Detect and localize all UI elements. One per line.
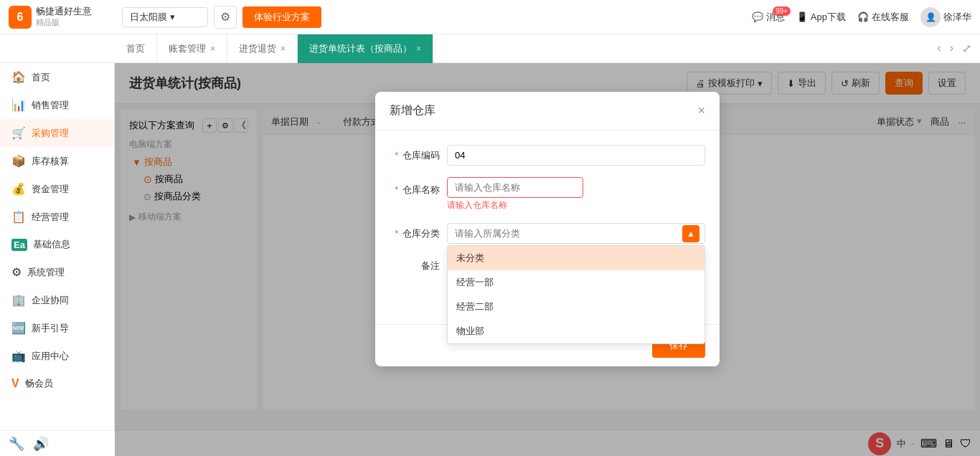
sidebar-item-member-label: 畅会员 [25, 377, 53, 390]
sidebar-item-purchase-label: 采购管理 [32, 127, 69, 140]
modal-body: * 仓库编码 * 仓库名称 [375, 130, 720, 324]
tab-home-label: 首页 [126, 42, 145, 55]
category-input[interactable] [447, 223, 705, 244]
tab-purchase-return-close[interactable]: × [281, 44, 286, 54]
gear-button[interactable]: ⚙ [214, 6, 237, 29]
member-icon: V [11, 377, 19, 390]
tab-purchase-stats-close[interactable]: × [416, 44, 421, 54]
finance-icon: 💰 [11, 182, 26, 196]
sidebar-item-purchase[interactable]: 🛒 采购管理 [0, 119, 114, 147]
sidebar-item-apps[interactable]: 📺 应用中心 [0, 342, 114, 370]
sales-icon: 📊 [11, 98, 26, 112]
guide-icon: 🆕 [11, 321, 26, 335]
name-input[interactable] [447, 177, 583, 198]
store-name: 日太阳膜 [130, 11, 167, 24]
tab-prev-icon[interactable]: ‹ [934, 39, 943, 58]
new-warehouse-modal: 新增仓库 × * 仓库编码 [375, 92, 720, 366]
sidebar-item-finance-label: 资金管理 [32, 183, 69, 196]
sidebar-item-basic[interactable]: Ea 基础信息 [0, 231, 114, 258]
dropdown-option-dept1[interactable]: 经营一部 [448, 270, 705, 295]
inventory-icon: 📦 [11, 154, 26, 168]
user-name: 徐泽华 [943, 11, 971, 24]
sidebar-item-home-label: 首页 [32, 71, 50, 84]
tab-purchase-return-label: 进货退货 [239, 42, 276, 55]
sidebar-item-enterprise-label: 企业协同 [32, 294, 69, 307]
header-right: 💬 消息 99+ 📱 App下载 🎧 在线客服 👤 徐泽华 [752, 7, 971, 27]
system-icon: ⚙ [11, 265, 22, 279]
tab-account-close[interactable]: × [210, 44, 215, 54]
volume-icon[interactable]: 🔊 [33, 436, 49, 452]
sidebar-item-basic-label: 基础信息 [33, 238, 70, 251]
logo-area: 6 畅捷通好生意 精品版 [9, 6, 116, 29]
app-label: App下载 [811, 11, 846, 24]
sidebar-item-guide[interactable]: 🆕 新手引导 [0, 314, 114, 342]
sidebar-item-guide-label: 新手引导 [32, 322, 69, 335]
chevron-down-icon: ▾ [170, 11, 175, 22]
sidebar-item-sales[interactable]: 📊 销售管理 [0, 91, 114, 119]
avatar: 👤 [920, 7, 941, 27]
category-field-row: * 仓库分类 ▲ 未分类 经营一部 经营二部 物业部 [390, 223, 705, 244]
user-profile[interactable]: 👤 徐泽华 [920, 7, 971, 27]
tab-purchase-return[interactable]: 进货退货 × [227, 34, 298, 63]
name-label: * 仓库名称 [390, 179, 440, 196]
app-download-button[interactable]: 📱 App下载 [796, 11, 846, 24]
sidebar-item-sales-label: 销售管理 [32, 99, 69, 112]
tab-purchase-stats[interactable]: 进货单统计表（按商品） × [298, 34, 433, 63]
sidebar-item-home[interactable]: 🏠 首页 [0, 63, 114, 91]
trial-button[interactable]: 体验行业方案 [242, 6, 321, 28]
tab-next-icon[interactable]: › [947, 39, 956, 58]
tab-purchase-stats-label: 进货单统计表（按商品） [309, 42, 412, 55]
home-icon: 🏠 [11, 70, 26, 84]
headphone-icon: 🎧 [857, 11, 869, 22]
code-input[interactable] [447, 145, 705, 166]
sidebar-item-member[interactable]: V 畅会员 [0, 370, 114, 397]
sidebar-item-system[interactable]: ⚙ 系统管理 [0, 258, 114, 286]
tab-home[interactable]: 首页 [115, 34, 157, 63]
service-button[interactable]: 🎧 在线客服 [857, 11, 909, 24]
category-dropdown-list: 未分类 经营一部 经营二部 物业部 [447, 245, 705, 344]
phone-icon: 📱 [796, 11, 808, 22]
tab-account-label: 账套管理 [169, 42, 206, 55]
sidebar-item-apps-label: 应用中心 [32, 350, 69, 363]
sidebar-item-system-label: 系统管理 [27, 266, 65, 279]
service-label: 在线客服 [872, 11, 909, 24]
modal-close-button[interactable]: × [697, 103, 705, 118]
tab-actions: ‹ › ⤢ [934, 39, 980, 58]
apps-icon: 📺 [11, 349, 26, 363]
tab-bar: 首页 账套管理 × 进货退货 × 进货单统计表（按商品） × ‹ › ⤢ [0, 34, 980, 63]
messages-badge: 99+ [773, 6, 791, 16]
tab-account[interactable]: 账套管理 × [157, 34, 227, 63]
dropdown-option-property[interactable]: 物业部 [448, 319, 705, 343]
sidebar-item-operation-label: 经营管理 [32, 211, 69, 224]
name-error-msg: 请输入仓库名称 [447, 199, 507, 212]
sidebar-item-inventory[interactable]: 📦 库存核算 [0, 147, 114, 175]
basic-icon: Ea [11, 239, 27, 251]
modal-overlay[interactable]: 新增仓库 × * 仓库编码 [115, 63, 980, 456]
category-dropdown[interactable]: ▲ 未分类 经营一部 经营二部 物业部 [447, 223, 705, 244]
bottom-left: 🔧 🔊 [9, 436, 49, 452]
sidebar-item-finance[interactable]: 💰 资金管理 [0, 175, 114, 203]
code-field-row: * 仓库编码 [390, 145, 705, 166]
gear-icon: ⚙ [220, 10, 230, 24]
messages-button[interactable]: 💬 消息 99+ [752, 11, 785, 24]
tab-expand-icon[interactable]: ⤢ [959, 39, 974, 58]
logo-sub: 精品版 [36, 17, 92, 28]
sidebar-item-inventory-label: 库存核算 [32, 155, 69, 168]
sidebar-item-enterprise[interactable]: 🏢 企业协同 [0, 286, 114, 314]
category-label: * 仓库分类 [390, 223, 440, 240]
note-label: 备注 [390, 255, 440, 272]
dropdown-option-uncategorized[interactable]: 未分类 [448, 246, 705, 270]
enterprise-icon: 🏢 [11, 293, 26, 307]
modal-header: 新增仓库 × [375, 92, 720, 130]
store-selector[interactable]: 日太阳膜 ▾ [122, 7, 208, 27]
dropdown-option-dept2[interactable]: 经营二部 [448, 295, 705, 319]
dropdown-arrow-icon[interactable]: ▲ [682, 225, 699, 242]
logo-icon: 6 [9, 6, 32, 29]
sidebar-item-operation[interactable]: 📋 经营管理 [0, 203, 114, 231]
code-label: * 仓库编码 [390, 145, 440, 162]
name-field-row: * 仓库名称 请输入仓库名称 [390, 177, 705, 212]
purchase-icon: 🛒 [11, 126, 26, 140]
settings-bottom-icon[interactable]: 🔧 [9, 436, 24, 452]
modal-title: 新增仓库 [390, 103, 435, 118]
logo-name: 畅捷通好生意 [36, 6, 92, 17]
